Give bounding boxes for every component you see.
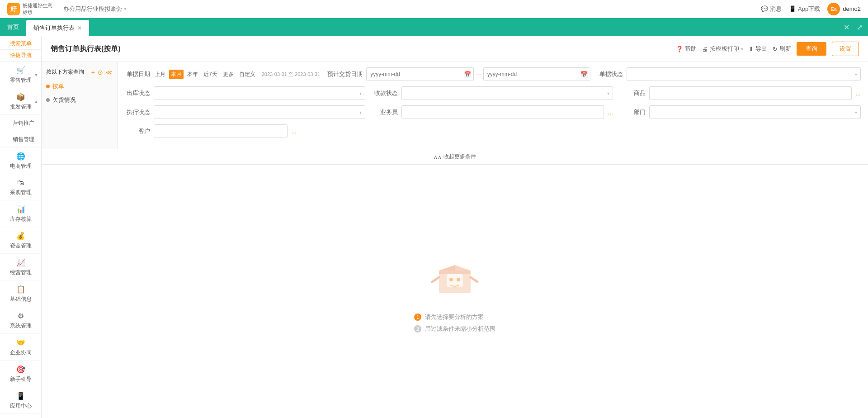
empty-step-2: 2 用过滤条件来缩小分析范围 xyxy=(414,323,495,335)
svg-rect-3 xyxy=(439,271,471,274)
empty-state: 1 请先选择要分析的方案 2 用过滤条件来缩小分析范围 xyxy=(42,165,868,418)
sidebar-item-newbie[interactable]: 🎯 新手引导 xyxy=(0,361,41,387)
sidebar-item-enterprise[interactable]: 🤝 企业协同 xyxy=(0,334,41,361)
exec-select-wrap: ▾ xyxy=(154,105,365,119)
dept-select-wrap: ▾ xyxy=(649,105,861,119)
filter-dept-field: 部门 ▾ xyxy=(620,105,861,119)
app-download-action[interactable]: 📱 App下载 xyxy=(789,5,820,13)
salesman-ellipsis[interactable]: ... xyxy=(608,109,613,116)
sidebar-item-app-center[interactable]: 📱 应用中心 xyxy=(0,387,41,414)
copy-scheme-icon[interactable]: ⊙ xyxy=(98,69,103,76)
expand-icon[interactable]: ⤢ xyxy=(855,21,864,33)
collapse-scheme-icon[interactable]: ≪ xyxy=(106,69,113,76)
query-button[interactable]: 查询 xyxy=(797,42,826,56)
shortcut-custom[interactable]: 自定义 xyxy=(237,70,257,79)
empty-steps: 1 请先选择要分析的方案 2 用过滤条件来缩小分析范围 xyxy=(414,311,495,335)
tab-close-icon[interactable]: ✕ xyxy=(77,25,82,31)
sidebar-item-wechat[interactable]: 💬 企业微信 xyxy=(0,414,41,418)
step-num-1: 1 xyxy=(414,314,421,321)
sidebar-item-ecommerce[interactable]: 🌐 电商管理 xyxy=(0,147,41,174)
sidebar-quick-nav[interactable]: 快捷导航 xyxy=(0,50,41,62)
app-selector[interactable]: 办公用品行业模拟账套 ▾ xyxy=(63,5,127,13)
filter-salesman-field: 业务员 ... xyxy=(373,105,613,119)
shortcut-this-month[interactable]: 本月 xyxy=(169,70,184,79)
filter-outbound-field: 出库状态 ▾ xyxy=(125,86,365,100)
shortcut-more[interactable]: 更多 xyxy=(221,70,236,79)
setting-button[interactable]: 设置 xyxy=(832,42,859,56)
shortcut-last7[interactable]: 近7天 xyxy=(202,70,219,79)
sidebar-item-basic[interactable]: 📋 基础信息 xyxy=(0,280,41,307)
status-select-wrap: ▾ xyxy=(627,67,861,81)
goods-ellipsis[interactable]: ... xyxy=(855,90,861,97)
sidebar-search[interactable]: 搜索菜单 xyxy=(0,36,41,50)
collapse-row[interactable]: ∧∧ 收起更多条件 xyxy=(42,149,868,165)
date-range-text: 2023-03-01 至 2023-03-31 xyxy=(262,71,321,78)
goods-label: 商品 xyxy=(620,89,646,97)
sidebar-item-sales[interactable]: 销售管理 xyxy=(0,131,41,147)
sidebar-item-finance[interactable]: 💰 资金管理 xyxy=(0,227,41,254)
dept-select[interactable] xyxy=(649,105,861,119)
print-icon: 🖨 xyxy=(702,46,708,52)
system-icon: ⚙ xyxy=(18,312,24,320)
tab-bar: 首页 销售订单执行表 ✕ ✕ ⤢ xyxy=(0,18,868,36)
help-icon: ❓ xyxy=(676,46,683,52)
delivery-start-wrap: 📅 xyxy=(366,67,473,81)
message-action[interactable]: 💬 消息 xyxy=(761,5,782,13)
page-title: 销售订单执行表(按单) xyxy=(51,44,121,59)
filter-row-4: 客户 ... xyxy=(125,124,297,138)
salesman-label: 业务员 xyxy=(373,108,398,116)
delivery-end-input[interactable] xyxy=(483,67,590,81)
content-area: 销售订单执行表(按单) ❓ 帮助 🖨 按模板打印 ▾ ⬇ 导出 ↻ 刷新 xyxy=(42,36,868,418)
goods-input[interactable] xyxy=(649,86,852,100)
refresh-button[interactable]: ↻ 刷新 xyxy=(773,45,791,53)
export-icon: ⬇ xyxy=(749,46,754,52)
delivery-label: 预计交货日期 xyxy=(327,70,363,78)
phone-icon: 📱 xyxy=(789,5,796,12)
svg-point-6 xyxy=(457,278,460,281)
sidebar-item-marketing[interactable]: 营销推广 xyxy=(0,115,41,131)
logo-area: 好 畅捷通好生意 标版 xyxy=(7,2,52,15)
empty-step-1: 1 请先选择要分析的方案 xyxy=(414,311,495,323)
outbound-select-wrap: ▾ xyxy=(154,86,365,100)
header-left: 好 畅捷通好生意 标版 办公用品行业模拟账套 ▾ xyxy=(7,2,127,15)
add-scheme-icon[interactable]: + xyxy=(91,69,95,76)
exec-select[interactable] xyxy=(154,105,365,119)
svg-line-7 xyxy=(432,277,439,282)
sidebar-item-purchase[interactable]: 🛍 采购管理 xyxy=(0,174,41,200)
wholesale-icon: 📦 xyxy=(16,93,25,101)
sidebar-item-inventory[interactable]: 📊 库存核算 xyxy=(0,200,41,227)
delivery-start-input[interactable] xyxy=(366,67,473,81)
sidebar-item-operations[interactable]: 📈 经营管理 xyxy=(0,254,41,280)
scheme-item-press[interactable]: 按单 xyxy=(42,80,117,93)
ecommerce-icon: 🌐 xyxy=(16,152,25,161)
user-name[interactable]: demo2 xyxy=(843,5,861,12)
scheme-item-debt[interactable]: 欠货情况 xyxy=(42,93,117,107)
finance-icon: 💰 xyxy=(16,232,25,240)
basic-icon: 📋 xyxy=(16,285,25,294)
receipt-select[interactable] xyxy=(401,86,613,100)
tab-sales-order[interactable]: 销售订单执行表 ✕ xyxy=(26,20,89,36)
print-button[interactable]: 🖨 按模板打印 ▾ xyxy=(702,45,743,53)
tab-bar-actions: ✕ ⤢ xyxy=(842,21,868,33)
tab-home[interactable]: 首页 xyxy=(0,18,26,36)
help-button[interactable]: ❓ 帮助 xyxy=(676,45,697,53)
main-layout: 搜索菜单 快捷导航 🛒 零售管理 ▼ 📦 批发管理 ▲ 营销推广 销售管理 🌐 … xyxy=(0,36,868,418)
export-button[interactable]: ⬇ 导出 xyxy=(749,45,767,53)
sidebar-item-wholesale[interactable]: 📦 批发管理 ▲ xyxy=(0,88,41,115)
date-shortcuts: 上月 本月 本年 近7天 更多 自定义 xyxy=(153,70,257,79)
status-select[interactable] xyxy=(627,67,861,81)
salesman-input[interactable] xyxy=(401,105,604,119)
outbound-select[interactable] xyxy=(154,86,365,100)
print-arrow-icon: ▾ xyxy=(741,47,743,52)
user-profile[interactable]: Ea demo2 xyxy=(827,3,861,15)
sidebar-item-retail[interactable]: 🛒 零售管理 ▼ xyxy=(0,62,41,88)
customer-input[interactable] xyxy=(154,124,288,138)
shortcut-this-year[interactable]: 本年 xyxy=(185,70,200,79)
scheme-dot-inactive xyxy=(46,98,50,102)
close-window-icon[interactable]: ✕ xyxy=(842,21,851,33)
customer-ellipsis[interactable]: ... xyxy=(291,128,297,135)
top-header: 好 畅捷通好生意 标版 办公用品行业模拟账套 ▾ 💬 消息 📱 App下载 Ea… xyxy=(0,0,868,18)
sidebar-item-system[interactable]: ⚙ 系统管理 xyxy=(0,307,41,334)
shortcut-last-month[interactable]: 上月 xyxy=(153,70,167,79)
scheme-header-actions: + ⊙ ≪ xyxy=(91,69,113,76)
